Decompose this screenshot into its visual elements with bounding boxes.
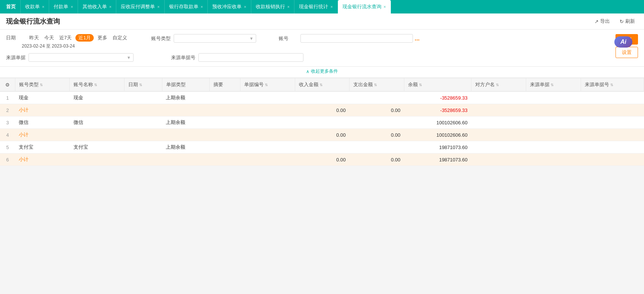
close-icon[interactable]: × bbox=[201, 4, 203, 9]
close-icon[interactable]: × bbox=[244, 4, 246, 9]
cell-source-doc bbox=[526, 141, 581, 154]
account-input[interactable] bbox=[300, 34, 413, 43]
nav-tab-bank-deposit[interactable]: 银行存取款单 × bbox=[165, 0, 208, 13]
cell-doc-type: 上期余额 bbox=[162, 91, 210, 104]
cell-date bbox=[125, 104, 162, 116]
col-expense[interactable]: 支出金额⇅ bbox=[350, 78, 404, 92]
ai-badge[interactable]: Ai bbox=[614, 36, 632, 48]
setting-button[interactable]: 设置 bbox=[615, 47, 638, 58]
source-doc-select[interactable]: ▾ bbox=[29, 53, 134, 62]
table-row[interactable]: 4 小计 0.00 0.00 100102606.60 bbox=[0, 129, 644, 141]
date-option-more[interactable]: 更多 bbox=[96, 34, 109, 42]
refresh-label: 刷新 bbox=[625, 18, 635, 25]
date-option-7days[interactable]: 近7天 bbox=[58, 34, 73, 42]
col-date[interactable]: 日期⇅ bbox=[125, 78, 162, 92]
cell-balance: 100102606.60 bbox=[404, 116, 471, 129]
account-type-select[interactable]: ▾ bbox=[174, 34, 256, 43]
cell-doc-no bbox=[240, 154, 295, 166]
cell-counterparty bbox=[471, 116, 526, 129]
cell-counterparty bbox=[471, 91, 526, 104]
nav-tab-ar-ap-adjust-label: 应收应付调整单 bbox=[121, 3, 155, 10]
cell-date bbox=[125, 129, 162, 141]
nav-tab-receipt[interactable]: 收款单 × bbox=[21, 0, 49, 13]
col-gear[interactable]: ⚙ bbox=[0, 78, 15, 92]
cell-doc-no bbox=[240, 91, 295, 104]
cell-doc-no bbox=[240, 141, 295, 154]
col-source-doc[interactable]: 来源单据⇅ bbox=[526, 78, 581, 92]
col-account-type[interactable]: 账号类型⇅ bbox=[15, 78, 70, 92]
table-row[interactable]: 5 支付宝 支付宝 上期余额 19871073.60 bbox=[0, 141, 644, 154]
close-icon[interactable]: × bbox=[287, 4, 290, 9]
cell-source-doc bbox=[526, 116, 581, 129]
sort-icon: ⇅ bbox=[374, 83, 377, 87]
nav-tab-home-label: 首页 bbox=[6, 3, 16, 10]
date-option-today[interactable]: 今天 bbox=[43, 34, 56, 42]
cell-balance: 100102606.60 bbox=[404, 129, 471, 141]
nav-tab-cash-bank-flow-label: 现金银行流水查询 bbox=[342, 3, 381, 10]
table-row[interactable]: 3 微信 微信 上期余额 100102606.60 bbox=[0, 116, 644, 129]
close-icon[interactable]: × bbox=[71, 4, 73, 9]
account-type-filter-label: 账号类型 bbox=[151, 35, 171, 42]
nav-tab-receipt-verify[interactable]: 收款核销执行 × bbox=[251, 0, 294, 13]
table-row[interactable]: 6 小计 0.00 0.00 19871073.60 bbox=[0, 154, 644, 166]
nav-tab-pre-receipt-label: 预收冲应收单 bbox=[212, 3, 242, 10]
nav-tab-cash-bank-flow[interactable]: 现金银行流水查询 × bbox=[338, 0, 391, 13]
nav-tab-payment-label: 付款单 bbox=[54, 3, 68, 10]
close-icon[interactable]: × bbox=[109, 4, 111, 9]
nav-tab-pre-receipt[interactable]: 预收冲应收单 × bbox=[208, 0, 251, 13]
export-button[interactable]: ↗ 导出 bbox=[591, 16, 613, 26]
cell-date bbox=[125, 116, 162, 129]
sort-icon: ⇅ bbox=[419, 83, 422, 87]
nav-tab-other-income[interactable]: 其他收入单 × bbox=[78, 0, 116, 13]
nav-tab-ar-ap-adjust[interactable]: 应收应付调整单 × bbox=[116, 0, 164, 13]
date-range-display: 2023-02-24 至 2023-03-24 bbox=[22, 43, 75, 49]
collapse-bar[interactable]: ∧ 收起更多条件 bbox=[0, 67, 644, 78]
cell-doc-no bbox=[240, 129, 295, 141]
refresh-button[interactable]: ↻ 刷新 bbox=[617, 16, 638, 26]
date-option-1month[interactable]: 近1月 bbox=[75, 34, 94, 42]
row-number: 6 bbox=[0, 154, 15, 166]
cell-source-doc-no bbox=[581, 154, 644, 166]
cell-balance: -3528659.33 bbox=[404, 104, 471, 116]
page-title: 现金银行流水查询 bbox=[6, 17, 60, 26]
cell-doc-type bbox=[162, 154, 210, 166]
table-row[interactable]: 1 现金 现金 上期余额 -3528659.33 bbox=[0, 91, 644, 104]
col-source-doc-no[interactable]: 来源单据号⇅ bbox=[581, 78, 644, 92]
close-icon[interactable]: × bbox=[157, 4, 159, 9]
table-row[interactable]: 2 小计 0.00 0.00 -3528659.33 bbox=[0, 104, 644, 116]
top-navigation: 首页 收款单 × 付款单 × 其他收入单 × 应收应付调整单 × 银行存取款单 … bbox=[0, 0, 644, 13]
cell-source-doc-no bbox=[581, 129, 644, 141]
cell-account-type: 现金 bbox=[15, 91, 70, 104]
cell-date bbox=[125, 141, 162, 154]
source-doc-no-input[interactable] bbox=[198, 53, 303, 62]
close-icon[interactable]: × bbox=[330, 4, 333, 9]
cell-source-doc-no bbox=[581, 141, 644, 154]
nav-tab-home[interactable]: 首页 bbox=[2, 0, 21, 13]
col-account-name[interactable]: 账号名称⇅ bbox=[70, 78, 125, 92]
sort-icon: ⇅ bbox=[610, 83, 613, 87]
close-icon[interactable]: × bbox=[384, 4, 386, 9]
cell-source-doc bbox=[526, 91, 581, 104]
nav-tab-cash-bank-stat-label: 现金银行统计 bbox=[299, 3, 328, 10]
close-icon[interactable]: × bbox=[42, 4, 44, 9]
col-income[interactable]: 收入金额⇅ bbox=[295, 78, 350, 92]
cell-doc-type: 上期余额 bbox=[162, 116, 210, 129]
col-counterparty[interactable]: 对方户名⇅ bbox=[471, 78, 526, 92]
nav-tab-payment[interactable]: 付款单 × bbox=[49, 0, 78, 13]
cell-expense bbox=[350, 91, 404, 104]
cell-doc-no bbox=[240, 104, 295, 116]
col-doc-no[interactable]: 单据编号⇅ bbox=[240, 78, 295, 92]
collapse-label: 收起更多条件 bbox=[311, 68, 338, 75]
nav-tab-cash-bank-stat[interactable]: 现金银行统计 × bbox=[294, 0, 338, 13]
col-balance[interactable]: 余额⇅ bbox=[404, 78, 471, 92]
cell-source-doc-no bbox=[581, 91, 644, 104]
cell-balance: -3528659.33 bbox=[404, 91, 471, 104]
date-option-custom[interactable]: 自定义 bbox=[111, 34, 129, 42]
account-dots-button[interactable]: ... bbox=[414, 35, 419, 42]
cell-source-doc bbox=[526, 104, 581, 116]
cell-source-doc bbox=[526, 129, 581, 141]
settings-icon[interactable]: ⚙ bbox=[5, 82, 10, 88]
date-option-yesterday[interactable]: 昨天 bbox=[28, 34, 41, 42]
sort-icon: ⇅ bbox=[320, 83, 323, 87]
page-header: 现金银行流水查询 ↗ 导出 ↻ 刷新 bbox=[0, 13, 644, 30]
